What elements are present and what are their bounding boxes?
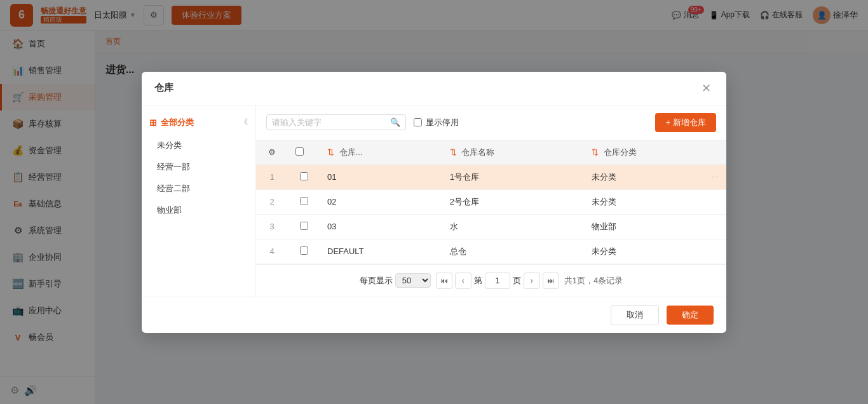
row-category: 未分类 ··· [584, 165, 726, 189]
col-category: ⇅ 仓库分类 [584, 140, 726, 165]
category-item-label: 物业部 [157, 205, 182, 215]
grid-icon: ⊞ [149, 118, 157, 128]
col-code: ⇅ 仓库... [320, 140, 442, 165]
row-checkbox-cell [288, 165, 320, 189]
category-item-label: 未分类 [157, 140, 182, 150]
search-icon: 🔍 [390, 118, 400, 127]
add-btn-label: 新增仓库 [673, 117, 706, 128]
pagination: 每页显示 50 20 100 ⏮ ‹ 第 页 › [256, 264, 726, 297]
col-checkbox [288, 140, 320, 165]
row-checkbox[interactable] [300, 246, 308, 255]
row-name: 1号仓库 [442, 165, 585, 189]
show-disabled-label[interactable]: 显示停用 [414, 117, 459, 128]
page-size-select: 每页显示 50 20 100 [360, 273, 431, 288]
search-input[interactable] [272, 118, 386, 127]
modal-close-button[interactable]: ✕ [698, 81, 714, 96]
row-name: 总仓 [442, 239, 585, 264]
modal-title: 仓库 [154, 82, 173, 94]
sort-icon: ⇅ [327, 147, 334, 157]
add-icon: + [665, 118, 670, 127]
category-item-op2[interactable]: 经营二部 [142, 178, 255, 199]
sort-icon-3: ⇅ [592, 147, 599, 157]
row-code: 03 [320, 214, 442, 239]
page-size-dropdown[interactable]: 50 20 100 [395, 273, 431, 288]
confirm-button[interactable]: 确定 [667, 306, 714, 325]
table-panel: 🔍 显示停用 + 新增仓库 [256, 105, 726, 297]
category-item-op1[interactable]: 经营一部 [142, 156, 255, 178]
category-panel: ⊞ 全部分类 《 未分类 经营一部 经营二部 物业部 [142, 105, 256, 297]
page-label: 页 [513, 275, 521, 286]
row-name: 水 [442, 214, 585, 239]
table-row[interactable]: 4 DEFAULT 总仓 未分类 [256, 239, 726, 264]
row-actions-icon[interactable]: ··· [712, 172, 719, 181]
table-row[interactable]: 2 02 2号仓库 未分类 [256, 189, 726, 214]
category-header: ⊞ 全部分类 《 [142, 113, 255, 135]
row-num: 1 [256, 165, 288, 189]
search-bar: 🔍 显示停用 + 新增仓库 [256, 105, 726, 140]
row-category: 物业部 [584, 214, 726, 239]
first-page-button[interactable]: ⏮ [436, 273, 452, 289]
search-input-wrap: 🔍 [266, 114, 406, 130]
select-all-checkbox[interactable] [295, 147, 304, 156]
warehouse-modal: 仓库 ✕ ⊞ 全部分类 《 未分类 经营一部 [142, 72, 726, 333]
category-collapse-button[interactable]: 《 [240, 117, 248, 128]
col-settings: ⚙ [256, 140, 288, 165]
row-num: 3 [256, 214, 288, 239]
table-row[interactable]: 1 01 1号仓库 未分类 ··· [256, 165, 726, 189]
row-checkbox-cell [288, 214, 320, 239]
row-code: 01 [320, 165, 442, 189]
category-item-label: 经营二部 [157, 184, 190, 193]
warehouse-table: ⚙ ⇅ 仓库... ⇅ [256, 140, 726, 264]
category-item-unclassified[interactable]: 未分类 [142, 135, 255, 156]
modal-overlay: 仓库 ✕ ⊞ 全部分类 《 未分类 经营一部 [0, 0, 868, 404]
row-checkbox[interactable] [300, 172, 308, 180]
category-all-label: 全部分类 [161, 117, 194, 128]
warehouse-table-wrap: ⚙ ⇅ 仓库... ⇅ [256, 140, 726, 264]
row-num: 2 [256, 189, 288, 214]
table-header-row: ⚙ ⇅ 仓库... ⇅ [256, 140, 726, 165]
modal-header: 仓库 ✕ [142, 72, 726, 105]
modal-body: ⊞ 全部分类 《 未分类 经营一部 经营二部 物业部 [142, 105, 726, 297]
row-code: 02 [320, 189, 442, 214]
table-row[interactable]: 3 03 水 物业部 [256, 214, 726, 239]
category-item-property[interactable]: 物业部 [142, 199, 255, 221]
row-num: 4 [256, 239, 288, 264]
prev-page-button[interactable]: ‹ [455, 273, 471, 289]
sort-icon-2: ⇅ [450, 147, 457, 157]
page-input[interactable] [485, 273, 510, 289]
modal-footer: 取消 确定 [142, 297, 726, 333]
row-checkbox[interactable] [300, 222, 308, 230]
show-disabled-text: 显示停用 [426, 117, 459, 128]
page-di-label: 第 [474, 275, 482, 286]
row-checkbox-cell [288, 239, 320, 264]
row-category: 未分类 [584, 189, 726, 214]
category-all-button[interactable]: ⊞ 全部分类 [149, 117, 194, 128]
row-checkbox-cell [288, 189, 320, 214]
settings-icon: ⚙ [268, 147, 276, 157]
cancel-button[interactable]: 取消 [611, 305, 659, 325]
row-category: 未分类 [584, 239, 726, 264]
category-item-label: 经营一部 [157, 162, 190, 172]
page-size-label: 每页显示 [360, 275, 393, 286]
page-total: 共1页，4条记录 [564, 275, 623, 286]
show-disabled-checkbox[interactable] [414, 118, 422, 126]
add-warehouse-button[interactable]: + 新增仓库 [655, 113, 716, 132]
next-page-button[interactable]: › [524, 273, 540, 289]
row-name: 2号仓库 [442, 189, 585, 214]
row-checkbox[interactable] [300, 197, 308, 205]
last-page-button[interactable]: ⏭ [543, 273, 559, 289]
col-name: ⇅ 仓库名称 [442, 140, 585, 165]
row-code: DEFAULT [320, 239, 442, 264]
page-nav: ⏮ ‹ 第 页 › ⏭ [436, 273, 559, 289]
